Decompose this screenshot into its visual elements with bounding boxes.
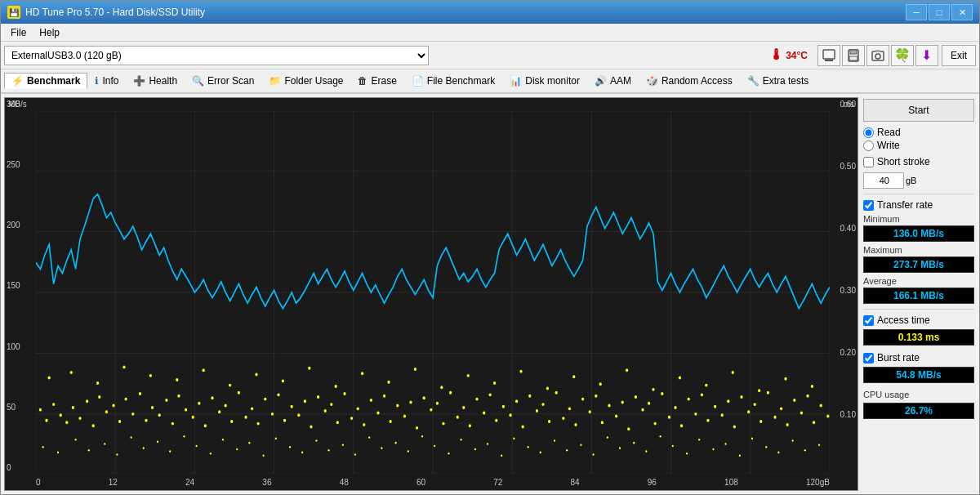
menu-help[interactable]: Help	[33, 25, 66, 39]
write-radio-label[interactable]: Write	[863, 140, 974, 151]
transfer-rate-checkbox-label[interactable]: Transfer rate	[863, 199, 974, 211]
svg-point-91	[469, 424, 471, 427]
minimize-button[interactable]: ─	[906, 4, 927, 20]
short-stroke-checkbox[interactable]	[863, 157, 874, 167]
svg-point-228	[739, 454, 741, 457]
svg-point-163	[493, 381, 496, 385]
start-button[interactable]: Start	[863, 99, 974, 122]
toolbar-btn-4[interactable]: 🍀	[891, 45, 914, 66]
toolbar-btn-2[interactable]	[842, 45, 865, 66]
tab-health[interactable]: ➕ Health	[126, 73, 185, 89]
svg-point-132	[740, 395, 742, 399]
svg-point-233	[804, 449, 806, 452]
tab-info[interactable]: ℹ Info	[87, 73, 126, 89]
svg-point-135	[760, 420, 762, 423]
svg-point-156	[308, 367, 310, 370]
svg-point-87	[442, 422, 444, 426]
svg-point-116	[635, 395, 637, 399]
svg-point-95	[495, 419, 497, 422]
maximize-button[interactable]: □	[929, 4, 950, 20]
tab-disk-monitor-label: Disk monitor	[525, 75, 580, 87]
svg-point-33	[86, 399, 88, 403]
access-time-checkbox[interactable]	[863, 315, 874, 326]
svg-point-185	[169, 450, 171, 453]
properties-icon	[822, 49, 835, 62]
x-label-4: 48	[340, 478, 349, 487]
svg-point-108	[581, 398, 584, 401]
svg-point-78	[383, 395, 385, 398]
info-icon: ℹ	[95, 75, 99, 87]
drive-select-container: ExternalUSB3.0 (120 gB)	[4, 46, 766, 65]
tab-aam[interactable]: 🔊 AAM	[587, 73, 639, 89]
write-radio[interactable]	[863, 140, 874, 151]
svg-point-209	[487, 443, 488, 445]
svg-point-152	[203, 368, 205, 372]
y-label-5: 50	[7, 403, 36, 412]
tab-file-benchmark[interactable]: 📄 File Benchmark	[404, 73, 502, 89]
svg-point-121	[668, 416, 670, 419]
svg-point-86	[436, 402, 439, 405]
svg-point-99	[522, 426, 524, 429]
svg-rect-0	[823, 50, 835, 59]
svg-point-62	[277, 393, 279, 396]
read-radio[interactable]	[863, 127, 874, 138]
tab-random-access[interactable]: 🎲 Random Access	[639, 73, 740, 89]
chart-labels-right: 0.60 0.50 0.40 0.30 0.20 0.10	[828, 98, 858, 474]
tab-error-scan[interactable]: 🔍 Error Scan	[185, 73, 261, 89]
toolbar-btn-1[interactable]	[817, 45, 840, 66]
chart-bottom-labels: 0 12 24 36 48 60 72 84 96 108 120gB	[36, 474, 830, 490]
svg-point-129	[721, 413, 724, 417]
drive-select[interactable]: ExternalUSB3.0 (120 gB)	[4, 46, 429, 65]
short-stroke-label[interactable]: Short stroke	[863, 156, 930, 167]
x-label-3: 36	[262, 478, 271, 487]
random-access-icon: 🎲	[646, 75, 658, 87]
burst-rate-checkbox[interactable]	[863, 353, 874, 363]
svg-point-197	[327, 449, 329, 452]
y-right-label-3: 0.30	[830, 286, 856, 295]
toolbar-btn-5[interactable]: ⬇	[915, 45, 938, 66]
svg-point-47	[177, 395, 180, 398]
svg-point-127	[706, 419, 709, 422]
svg-point-143	[813, 421, 815, 424]
tab-folder-usage[interactable]: 📁 Folder Usage	[261, 73, 350, 89]
access-time-checkbox-label[interactable]: Access time	[863, 314, 974, 326]
svg-point-52	[211, 396, 213, 399]
svg-point-160	[414, 368, 416, 371]
menu-file[interactable]: File	[4, 25, 33, 39]
svg-point-165	[546, 387, 549, 390]
tab-disk-monitor[interactable]: 📊 Disk monitor	[502, 73, 587, 89]
access-time-dots	[39, 365, 830, 457]
temperature-value: 34°C	[786, 50, 808, 61]
tab-file-benchmark-label: File Benchmark	[427, 75, 495, 87]
svg-point-43	[151, 406, 154, 409]
svg-point-93	[483, 412, 485, 415]
burst-rate-checkbox-label[interactable]: Burst rate	[863, 352, 974, 363]
tab-benchmark[interactable]: ⚡ Benchmark	[4, 73, 87, 89]
tab-extra-tests[interactable]: 🔧 Extra tests	[740, 73, 817, 89]
read-write-radio-group: Read Write	[863, 125, 974, 153]
average-value: 166.1 MB/s	[863, 288, 974, 304]
tab-erase[interactable]: 🗑 Erase	[350, 73, 403, 89]
svg-point-125	[694, 412, 697, 416]
short-stroke-input[interactable]	[863, 172, 904, 189]
svg-point-192	[263, 454, 265, 457]
svg-point-77	[376, 412, 379, 415]
y-label-2: 200	[7, 221, 36, 230]
svg-rect-7	[875, 50, 880, 52]
svg-point-6	[875, 54, 880, 59]
transfer-rate-checkbox[interactable]	[863, 200, 874, 211]
read-radio-label[interactable]: Read	[863, 127, 974, 138]
svg-point-222	[660, 435, 662, 438]
exit-button[interactable]: Exit	[942, 45, 976, 66]
x-label-7: 84	[571, 478, 580, 487]
maximum-section: Maximum 273.7 MB/s	[863, 245, 974, 273]
x-label-2: 24	[185, 478, 194, 487]
svg-point-97	[509, 413, 511, 417]
close-button[interactable]: ✕	[951, 4, 973, 20]
chart-svg-container	[36, 111, 830, 474]
svg-point-137	[773, 416, 776, 419]
svg-point-60	[264, 398, 266, 401]
toolbar-btn-3[interactable]	[866, 45, 889, 66]
y-label-0: 300	[7, 100, 36, 109]
svg-point-230	[765, 446, 767, 448]
